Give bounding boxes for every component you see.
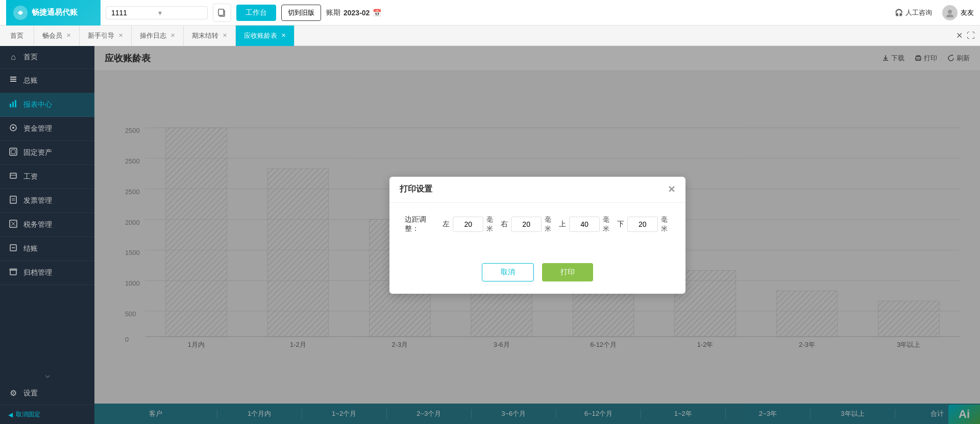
bottom-margin-input[interactable] <box>627 217 658 232</box>
consult-label: 人工咨询 <box>905 8 932 17</box>
copy-button[interactable] <box>213 4 231 22</box>
logo-icon <box>13 6 28 20</box>
capital-icon <box>8 124 18 134</box>
sidebar-item-capital[interactable]: 资金管理 <box>0 117 94 141</box>
consult-button[interactable]: 🎧 人工咨询 <box>895 8 932 17</box>
modal-footer: 取消 打印 <box>389 258 685 294</box>
right-margin-input[interactable] <box>511 217 542 232</box>
header-right: 🎧 人工咨询 友友 <box>895 5 974 20</box>
svg-point-11 <box>12 127 14 129</box>
logo-title: 畅捷通易代账 <box>32 8 78 17</box>
tab-guide-label: 新手引导 <box>88 31 114 40</box>
avatar <box>942 5 958 20</box>
user-area[interactable]: 友友 <box>942 5 974 20</box>
svg-rect-5 <box>10 79 16 80</box>
svg-rect-1 <box>218 9 224 15</box>
right-unit: 毫米 <box>545 215 554 233</box>
tab-period-end-label: 期末结转 <box>192 31 218 40</box>
content-area: 应收账龄表 下载 打印 刷新 2500 2 <box>94 46 980 424</box>
sidebar-item-tax[interactable]: 税务管理 <box>0 213 94 237</box>
tab-member-close[interactable]: ✕ <box>66 32 71 39</box>
sidebar-item-settings[interactable]: ⚙ 设置 <box>0 382 94 405</box>
user-name: 友友 <box>961 8 974 17</box>
collapse-label: 取消固定 <box>16 410 40 419</box>
chevron-down-icon: ▾ <box>158 9 202 17</box>
sidebar-item-archive[interactable]: 归档管理 <box>0 261 94 285</box>
sidebar-tax-label: 税务管理 <box>23 220 52 229</box>
svg-rect-13 <box>11 150 15 154</box>
sidebar: ⌂ 首页 总账 报表中心 资金管理 固定资产 <box>0 46 94 424</box>
svg-point-3 <box>946 14 953 17</box>
tab-aging[interactable]: 应收账龄表 ✕ <box>236 26 295 46</box>
left-margin-group: 左 毫米 <box>443 215 496 233</box>
company-selector[interactable]: 1111 ▾ <box>106 6 208 19</box>
workbench-button[interactable]: 工作台 <box>236 5 276 21</box>
tab-period-end-close[interactable]: ✕ <box>223 32 227 39</box>
sidebar-salary-label: 工资 <box>23 172 38 181</box>
modal-close-button[interactable]: ✕ <box>668 184 675 195</box>
sidebar-item-report[interactable]: 报表中心 <box>0 93 94 117</box>
tab-close-window-icon[interactable]: ✕ <box>956 31 963 40</box>
left-margin-input[interactable] <box>453 217 483 232</box>
right-label: 右 <box>501 220 508 229</box>
top-label: 上 <box>559 220 566 229</box>
salary-icon <box>8 172 18 182</box>
modal-body: 边距调整： 左 毫米 右 毫米 上 <box>389 203 685 258</box>
tab-period-end[interactable]: 期末结转 ✕ <box>184 26 236 46</box>
sidebar-invoice-label: 发票管理 <box>23 196 52 205</box>
svg-rect-6 <box>10 81 16 82</box>
svg-rect-8 <box>12 102 14 107</box>
tab-maximize-icon[interactable]: ⛶ <box>967 31 975 40</box>
tab-bar: 首页 畅会员 ✕ 新手引导 ✕ 操作日志 ✕ 期末结转 ✕ 应收账龄表 ✕ ✕ … <box>0 26 980 46</box>
settings-icon: ⚙ <box>8 388 18 398</box>
svg-rect-14 <box>10 173 16 178</box>
modal-header: 打印设置 ✕ <box>389 177 685 203</box>
margin-row: 边距调整： 左 毫米 右 毫米 上 <box>405 215 670 233</box>
svg-rect-12 <box>10 148 17 155</box>
sidebar-scroll-indicator <box>0 371 94 382</box>
cancel-button[interactable]: 取消 <box>482 263 534 281</box>
right-margin-group: 右 毫米 <box>501 215 554 233</box>
sidebar-item-settle[interactable]: 结账 <box>0 237 94 261</box>
svg-rect-16 <box>10 196 16 203</box>
left-label: 左 <box>443 220 450 229</box>
switch-old-button[interactable]: 切到旧版 <box>281 5 321 21</box>
tab-log-close[interactable]: ✕ <box>170 32 175 39</box>
settle-icon <box>8 244 18 254</box>
sidebar-item-salary[interactable]: 工资 <box>0 165 94 189</box>
sidebar-collapse-button[interactable]: ◀ 取消固定 <box>0 405 94 424</box>
tab-home[interactable]: 首页 <box>0 26 34 46</box>
tab-log[interactable]: 操作日志 ✕ <box>132 26 184 46</box>
sidebar-asset-label: 固定资产 <box>23 148 52 157</box>
sidebar-settle-label: 结账 <box>23 244 38 253</box>
collapse-icon: ◀ <box>8 411 13 418</box>
sidebar-item-home[interactable]: ⌂ 首页 <box>0 46 94 69</box>
sidebar-item-asset[interactable]: 固定资产 <box>0 141 94 165</box>
tab-member-label: 畅会员 <box>42 31 62 40</box>
sidebar-item-ledger[interactable]: 总账 <box>0 69 94 93</box>
sidebar-report-label: 报表中心 <box>23 100 52 109</box>
home-icon: ⌂ <box>8 53 18 62</box>
top-header: 畅捷通易代账 1111 ▾ 工作台 切到旧版 账期 2023-02 📅 🎧 人工… <box>0 0 980 26</box>
ledger-icon <box>8 76 18 86</box>
modal-overlay: 打印设置 ✕ 边距调整： 左 毫米 右 毫米 <box>94 46 980 424</box>
tab-aging-close[interactable]: ✕ <box>281 32 286 39</box>
calendar-icon[interactable]: 📅 <box>373 9 381 17</box>
period-area: 账期 2023-02 📅 <box>326 8 381 17</box>
top-margin-group: 上 毫米 <box>559 215 612 233</box>
svg-rect-4 <box>10 77 16 78</box>
confirm-print-button[interactable]: 打印 <box>542 263 593 281</box>
period-value: 2023-02 <box>344 9 370 17</box>
bottom-margin-group: 下 毫米 <box>617 215 670 233</box>
period-label: 账期 <box>326 8 340 17</box>
top-margin-input[interactable] <box>569 217 600 232</box>
tab-guide-close[interactable]: ✕ <box>118 32 123 39</box>
sidebar-item-invoice[interactable]: 发票管理 <box>0 189 94 213</box>
tab-member[interactable]: 畅会员 ✕ <box>34 26 80 46</box>
main-layout: ⌂ 首页 总账 报表中心 资金管理 固定资产 <box>0 46 980 424</box>
tab-guide[interactable]: 新手引导 ✕ <box>80 26 132 46</box>
top-unit: 毫米 <box>603 215 612 233</box>
company-name: 1111 <box>111 9 155 17</box>
modal-title: 打印设置 <box>400 184 432 195</box>
svg-rect-7 <box>10 104 11 107</box>
